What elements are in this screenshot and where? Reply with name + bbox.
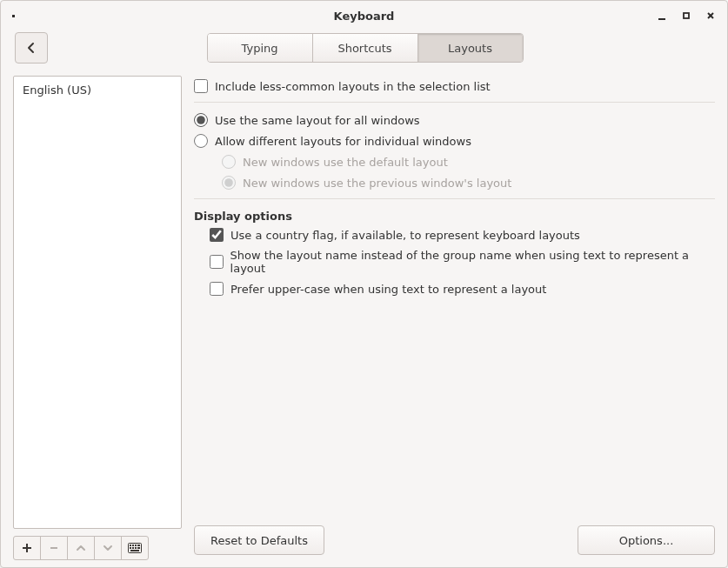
svg-rect-2 [684,13,689,18]
divider [194,102,715,103]
layout-sidebar: English (US) [13,76,182,567]
tab-typing[interactable]: Typing [208,34,313,62]
add-layout-button[interactable] [14,537,41,559]
svg-rect-14 [132,547,134,549]
svg-rect-13 [130,547,131,549]
layout-list[interactable]: English (US) [13,76,182,529]
country-flag-checkbox[interactable] [210,228,224,242]
options-button-label: Options... [619,534,674,547]
plus-icon [21,542,33,554]
divider [194,198,715,199]
keyboard-settings-window: Keyboard Typing Shortcuts Layouts [0,0,728,568]
svg-rect-10 [132,545,134,546]
svg-rect-16 [137,547,140,549]
tab-layouts-label: Layouts [448,42,492,55]
minus-icon [48,542,60,554]
window-menu-icon[interactable] [10,10,22,22]
layout-list-item[interactable]: English (US) [14,77,181,104]
svg-rect-11 [135,545,137,546]
diff-layout-radio[interactable] [194,134,208,148]
layout-options-pane: Include less-common layouts in the selec… [194,76,715,567]
tab-typing-label: Typing [242,42,278,55]
svg-rect-1 [658,18,665,20]
layout-toolbar [13,536,149,560]
layout-list-item-label: English (US) [23,84,91,97]
chevron-down-icon [102,542,114,554]
svg-rect-15 [135,547,137,549]
back-button[interactable] [15,32,48,63]
same-layout-radio[interactable] [194,113,208,127]
move-up-button[interactable] [68,537,95,559]
tab-layouts[interactable]: Layouts [418,34,523,62]
tab-shortcuts[interactable]: Shortcuts [313,34,418,62]
titlebar: Keyboard [1,1,727,30]
include-less-common-label: Include less-common layouts in the selec… [215,80,491,93]
chevron-up-icon [75,542,87,554]
remove-layout-button[interactable] [41,537,68,559]
svg-rect-12 [137,545,140,546]
header-row: Typing Shortcuts Layouts [1,30,727,72]
new-default-radio [222,155,236,169]
show-layout-button[interactable] [122,537,148,559]
diff-layout-label: Allow different layouts for individual w… [215,135,471,148]
new-previous-radio [222,176,236,190]
window-title: Keyboard [334,10,395,23]
chevron-left-icon [25,42,37,54]
country-flag-label: Use a country flag, if available, to rep… [230,229,580,242]
close-icon[interactable] [705,10,717,22]
tab-shortcuts-label: Shortcuts [337,42,391,55]
maximize-icon[interactable] [680,10,692,22]
include-less-common-checkbox[interactable] [194,79,208,93]
new-previous-label: New windows use the previous window's la… [243,177,511,190]
keyboard-icon [128,543,142,553]
uppercase-checkbox[interactable] [210,282,224,296]
svg-rect-0 [12,15,15,17]
svg-rect-9 [130,545,131,546]
tab-bar: Typing Shortcuts Layouts [207,33,524,63]
layout-name-checkbox[interactable] [210,255,224,269]
move-down-button[interactable] [95,537,122,559]
same-layout-label: Use the same layout for all windows [215,114,420,127]
layout-name-label: Show the layout name instead of the grou… [230,249,715,275]
new-default-label: New windows use the default layout [243,156,448,169]
reset-defaults-label: Reset to Defaults [210,534,308,547]
minimize-icon[interactable] [656,10,668,22]
reset-defaults-button[interactable]: Reset to Defaults [194,525,324,555]
uppercase-label: Prefer upper-case when using text to rep… [230,283,546,296]
svg-rect-17 [130,550,139,551]
display-options-title: Display options [194,206,715,224]
options-button[interactable]: Options... [578,525,715,555]
